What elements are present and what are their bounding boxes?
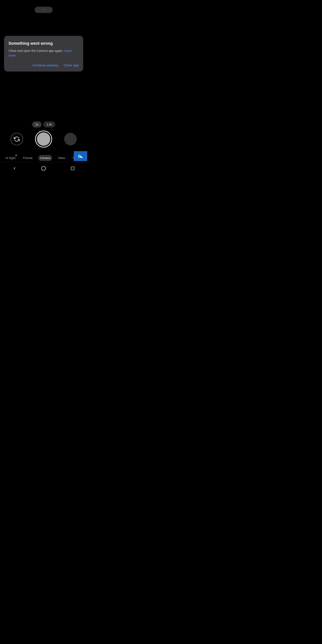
camera-view: Something went wrong Close and open the … [0, 0, 87, 174]
recents-button[interactable] [68, 164, 77, 173]
zoom-1x-button[interactable]: 1x [32, 122, 42, 128]
dialog-actions: Continue anyway Close app [8, 62, 79, 68]
mode-camera[interactable]: Camera [38, 155, 52, 161]
mode-video[interactable]: Video [56, 155, 67, 161]
gallery-button[interactable] [64, 133, 77, 145]
dialog-title: Something went wrong [8, 41, 79, 46]
watermark-overlay: G◣ [74, 151, 87, 161]
mode-portrait[interactable]: Portrait [21, 155, 34, 161]
mode-night-sight-dot [16, 154, 17, 156]
back-button[interactable] [10, 164, 19, 173]
zoom-1-4x-button[interactable]: 1.4x [44, 122, 55, 128]
error-dialog: Something went wrong Close and open the … [4, 36, 83, 72]
shutter-button[interactable] [35, 130, 52, 148]
zoom-controls: 1x 1.4x [32, 122, 55, 128]
shutter-controls [0, 130, 87, 148]
mode-night-sight[interactable]: ht Sight [4, 155, 17, 161]
mode-video-label: Video [58, 156, 65, 160]
mode-portrait-label: Portrait [23, 156, 32, 160]
dialog-body-text: Close and open the Camera app again. [8, 49, 63, 52]
navigation-bar [0, 162, 87, 174]
home-button[interactable] [39, 164, 48, 173]
mode-camera-label: Camera [40, 156, 50, 160]
shutter-inner [37, 132, 50, 146]
svg-rect-1 [71, 167, 74, 170]
svg-point-0 [42, 166, 46, 170]
mode-night-sight-label: ht Sight [6, 156, 16, 160]
flip-camera-button[interactable] [10, 133, 23, 145]
swipe-down-pill[interactable] [35, 7, 52, 13]
continue-anyway-button[interactable]: Continue anyway [32, 62, 58, 68]
dialog-body: Close and open the Camera app again. Lea… [8, 48, 79, 58]
close-app-button[interactable]: Close app [64, 62, 79, 68]
